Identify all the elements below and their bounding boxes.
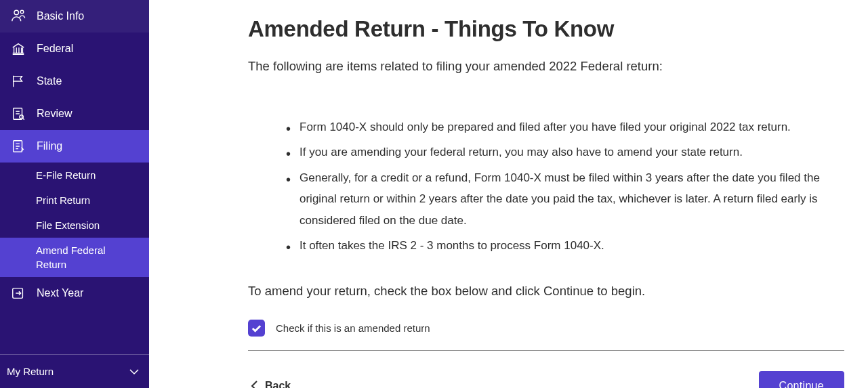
bullet-list: Form 1040-X should only be prepared and … [248, 116, 844, 257]
chevron-down-icon [129, 366, 140, 377]
sidebar-item-label: State [37, 75, 62, 87]
back-button[interactable]: Back [248, 374, 293, 388]
sidebar-item-label: Review [37, 108, 72, 120]
svg-point-0 [14, 10, 18, 14]
sub-nav-label: File Extension [36, 219, 100, 231]
instruction-text: To amend your return, check the box belo… [248, 282, 844, 301]
sub-nav: E-File Return Print Return File Extensio… [0, 163, 149, 277]
content-wrap: Amended Return - Things To Know The foll… [248, 16, 844, 388]
page-title: Amended Return - Things To Know [248, 16, 844, 42]
capitol-icon [11, 41, 26, 56]
sidebar-footer-label: My Return [7, 366, 54, 377]
amended-return-checkbox[interactable] [248, 320, 265, 337]
sub-nav-extension[interactable]: File Extension [0, 213, 149, 238]
sidebar-item-state[interactable]: State [0, 65, 149, 98]
chevron-left-icon [251, 380, 258, 388]
continue-button[interactable]: Continue [759, 371, 844, 388]
sub-nav-label: Amend Federal Return [36, 244, 106, 270]
divider [248, 350, 844, 351]
back-button-label: Back [265, 380, 291, 388]
sidebar-item-basic-info[interactable]: Basic Info [0, 0, 149, 33]
sidebar-item-review[interactable]: Review [0, 98, 149, 130]
sidebar-item-label: Federal [37, 43, 73, 55]
button-row: Back Continue [248, 371, 844, 388]
bullet-item: If you are amending your federal return,… [286, 142, 844, 163]
bullet-item: Form 1040-X should only be prepared and … [286, 116, 844, 137]
sidebar-item-label: Basic Info [37, 10, 84, 22]
sub-nav-amend[interactable]: Amend Federal Return [0, 238, 149, 277]
sub-nav-efile[interactable]: E-File Return [0, 163, 149, 188]
sidebar-item-filing[interactable]: Filing [0, 130, 149, 163]
sidebar-item-label: Next Year [37, 287, 83, 299]
svg-point-1 [20, 10, 24, 14]
checkbox-label: Check if this is an amended return [276, 322, 430, 334]
checkbox-row: Check if this is an amended return [248, 320, 844, 337]
bullet-item: It often takes the IRS 2 - 3 months to p… [286, 235, 844, 256]
filing-icon [11, 139, 26, 154]
svg-point-3 [20, 115, 24, 119]
review-icon [11, 106, 26, 121]
person-icon [11, 9, 26, 24]
sub-nav-label: Print Return [36, 194, 90, 206]
sub-nav-print[interactable]: Print Return [0, 188, 149, 213]
sidebar-item-federal[interactable]: Federal [0, 33, 149, 65]
bullet-item: Generally, for a credit or a refund, For… [286, 167, 844, 231]
flag-icon [11, 74, 26, 89]
nav-section: Basic Info Federal State Review [0, 0, 149, 354]
sidebar-item-label: Filing [37, 140, 62, 152]
sidebar: Basic Info Federal State Review [0, 0, 149, 388]
sub-nav-label: E-File Return [36, 169, 96, 181]
sidebar-item-next-year[interactable]: Next Year [0, 277, 149, 309]
main-content: Amended Return - Things To Know The foll… [149, 0, 868, 388]
intro-text: The following are items related to filin… [248, 57, 844, 76]
checkmark-icon [251, 324, 262, 332]
arrow-right-icon [11, 286, 26, 301]
sidebar-footer-my-return[interactable]: My Return [0, 354, 149, 388]
